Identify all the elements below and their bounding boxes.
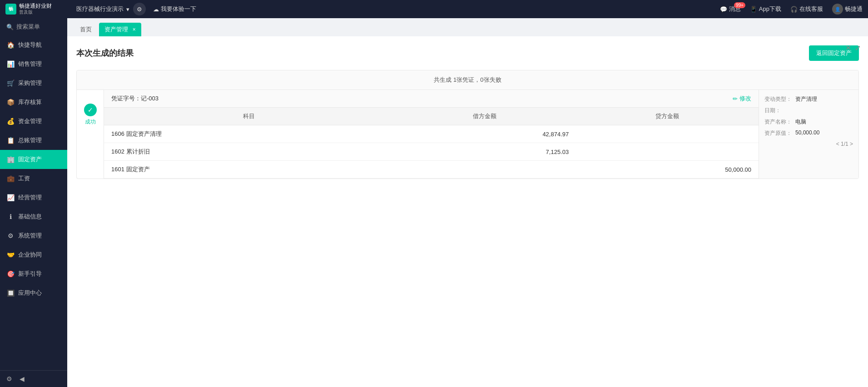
cell-debit: [393, 161, 576, 179]
sidebar-item-label: 新手引导: [18, 270, 42, 278]
ledger-icon: 📋: [6, 136, 15, 144]
sidebar: 🔍 搜索菜单 🏠 快捷导航 📊 销售管理 🛒 采购管理 📦 库存核算 💰 资金管…: [0, 18, 67, 387]
search-icon: 🔍: [6, 24, 14, 30]
fixed-assets-icon: 🏢: [6, 155, 15, 164]
messages-button[interactable]: 💬 消息 99+: [720, 5, 741, 13]
sidebar-item-label: 经营管理: [18, 194, 42, 202]
customer-service-button[interactable]: 🎧 在线客服: [790, 5, 823, 13]
pagination[interactable]: < 1/1 >: [764, 141, 853, 147]
sidebar-search[interactable]: 🔍 搜索菜单: [0, 18, 67, 35]
cloud-icon: ☁: [153, 6, 159, 13]
table-row: 1602 累计折旧7,125.03: [104, 143, 759, 161]
experience-label: 我要体验一下: [161, 5, 196, 13]
download-icon: 📱: [750, 6, 757, 13]
cell-credit: [576, 143, 759, 161]
sidebar-item-app-center[interactable]: 🔲 应用中心: [0, 283, 67, 303]
company-selector[interactable]: 医疗器械行业演示 ▾: [76, 5, 129, 13]
sidebar-item-guide[interactable]: 🎯 新手引导: [0, 264, 67, 283]
cell-debit: 42,874.97: [393, 125, 576, 143]
edit-label: 修改: [739, 94, 751, 103]
change-type-value: 资产清理: [795, 95, 817, 103]
col-subject: 科目: [104, 108, 393, 125]
sidebar-item-label: 总账管理: [18, 136, 42, 144]
tab-label: 资产管理: [104, 26, 128, 33]
tab-close-button[interactable]: ×: [133, 26, 136, 33]
sidebar-item-system[interactable]: ⚙ 系统管理: [0, 226, 67, 245]
business-icon: 📈: [6, 194, 15, 202]
sidebar-item-payroll[interactable]: 💼 工资: [0, 169, 67, 188]
logo-sub: 普及版: [19, 9, 52, 15]
footer-settings-button[interactable]: ⚙: [6, 375, 12, 382]
home-icon: 🏠: [6, 41, 15, 49]
cell-credit: [576, 125, 759, 143]
main-layout: 🔍 搜索菜单 🏠 快捷导航 📊 销售管理 🛒 采购管理 📦 库存核算 💰 资金管…: [0, 18, 868, 387]
footer-collapse-button[interactable]: ◀: [20, 375, 25, 382]
table-row: 1606 固定资产清理42,874.97: [104, 125, 759, 143]
date-label: 日期：: [764, 107, 781, 114]
asset-name-label: 资产名称：: [764, 118, 792, 126]
asset-name-value: 电脑: [795, 118, 806, 126]
sidebar-item-label: 资金管理: [18, 117, 42, 125]
company-name: 医疗器械行业演示: [76, 5, 124, 13]
experience-button[interactable]: ☁ 我要体验一下: [153, 5, 196, 13]
user-menu[interactable]: 👤 畅捷通: [832, 4, 863, 15]
col-debit: 借方金额: [393, 108, 576, 125]
sidebar-item-business[interactable]: 📈 经营管理: [0, 188, 67, 207]
date-row: 日期：: [764, 107, 853, 114]
sidebar-item-quick-nav[interactable]: 🏠 快捷导航: [0, 35, 67, 55]
user-name: 畅捷通: [845, 5, 863, 13]
logo-title: 畅捷通好业财: [19, 3, 52, 9]
sidebar-item-label: 应用中心: [18, 289, 42, 297]
tab-home[interactable]: 首页: [74, 23, 97, 36]
page-title: 本次生成的结果: [76, 48, 134, 59]
avatar: 👤: [832, 4, 843, 15]
original-value-value: 50,000.00: [795, 129, 819, 137]
voucher-main: 凭证字号：记-003 ✏ 修改 科目 借方金额: [104, 90, 759, 179]
sidebar-item-sales[interactable]: 📊 销售管理: [0, 55, 67, 74]
change-type-row: 变动类型： 资产清理: [764, 95, 853, 103]
original-value-label: 资产原值：: [764, 129, 792, 137]
enterprise-icon: 🤝: [6, 251, 15, 259]
page-header: 本次生成的结果 返回固定资产: [76, 45, 859, 61]
original-value-row: 资产原值： 50,000.00: [764, 129, 853, 137]
result-panel: 共生成 1张凭证，0张失败 ✓ 成功 凭证字号：记-003: [76, 70, 859, 179]
sidebar-item-basic-info[interactable]: ℹ 基础信息: [0, 207, 67, 226]
cell-debit: 7,125.03: [393, 143, 576, 161]
edit-button[interactable]: ✏ 修改: [733, 94, 751, 103]
sidebar-item-label: 固定资产: [18, 155, 42, 164]
system-icon: ⚙: [6, 232, 15, 240]
table-row: 1601 固定资产50,000.00: [104, 161, 759, 179]
purchase-icon: 🛒: [6, 79, 15, 87]
cell-subject: 1601 固定资产: [104, 161, 393, 179]
sidebar-item-fixed-assets[interactable]: 🏢 固定资产: [0, 150, 67, 169]
sidebar-item-label: 销售管理: [18, 60, 42, 68]
side-info-panel: 变动类型： 资产清理 日期： 资产名称： 电脑 资产原值：: [759, 90, 858, 179]
voucher-container: ✓ 成功 凭证字号：记-003 ✏ 修改: [77, 90, 858, 179]
app-center-icon: 🔲: [6, 289, 15, 297]
voucher-header-row: 凭证字号：记-003 ✏ 修改: [104, 90, 759, 108]
sidebar-item-funds[interactable]: 💰 资金管理: [0, 112, 67, 131]
sidebar-item-purchase[interactable]: 🛒 采购管理: [0, 74, 67, 93]
guide-icon: 🎯: [6, 270, 15, 278]
content-area: 首页 资产管理 × ✕ ⤢ 本次生成的结果 返回固定资产 共生成 1张凭证，0张…: [67, 18, 868, 387]
app-download-label: App下载: [759, 5, 781, 13]
cell-credit: 50,000.00: [576, 161, 759, 179]
sidebar-item-ledger[interactable]: 📋 总账管理: [0, 131, 67, 150]
inventory-icon: 📦: [6, 98, 15, 106]
page-content: ✕ ⤢ 本次生成的结果 返回固定资产 共生成 1张凭证，0张失败 ✓ 成功: [67, 36, 868, 387]
voucher-number: 凭证字号：记-003: [111, 94, 159, 103]
app-download-button[interactable]: 📱 App下载: [750, 5, 781, 13]
settings-button[interactable]: ⚙: [133, 3, 146, 15]
sidebar-search-label: 搜索菜单: [16, 23, 40, 31]
customer-service-label: 在线客服: [799, 5, 823, 13]
sidebar-item-label: 工资: [18, 174, 30, 183]
sidebar-item-enterprise[interactable]: 🤝 企业协同: [0, 245, 67, 264]
messages-badge: 99+: [734, 2, 745, 8]
sidebar-item-inventory[interactable]: 📦 库存核算: [0, 93, 67, 112]
sidebar-footer: ⚙ ◀: [0, 370, 67, 387]
asset-name-row: 资产名称： 电脑: [764, 118, 853, 126]
tab-asset-management[interactable]: 资产管理 ×: [99, 23, 141, 36]
headset-icon: 🎧: [790, 6, 798, 13]
close-button[interactable]: ✕: [845, 44, 851, 52]
expand-button[interactable]: ⤢: [855, 44, 861, 52]
